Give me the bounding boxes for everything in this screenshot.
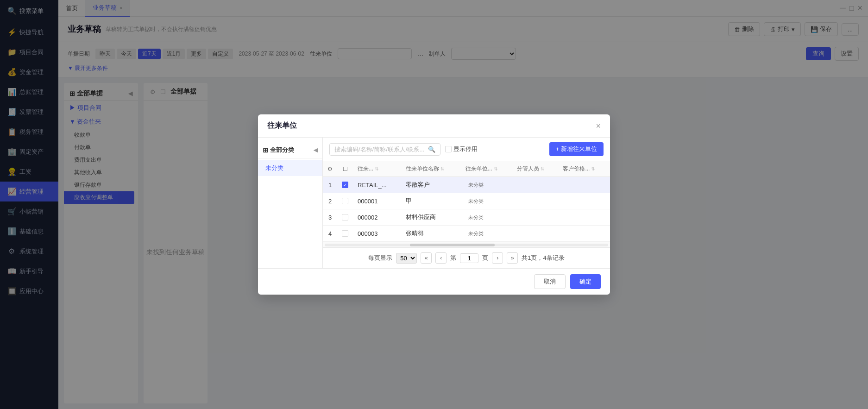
per-page-label: 每页显示 [368, 254, 392, 262]
dialog-main: 🔍 显示停用 + 新增往来单位 ⚙ ☐ [323, 138, 610, 268]
th-manager[interactable]: 分管人员 ⇅ [512, 161, 558, 177]
th-code[interactable]: 往来... ⇅ [353, 161, 401, 177]
td-mgr-3 [512, 209, 558, 226]
table-row[interactable]: 1 ✓ RETAIL_... 零散客户 未分类 [323, 177, 610, 193]
td-mgr-4 [512, 226, 558, 242]
dialog-search-icon: 🔍 [428, 146, 435, 153]
th-name[interactable]: 往来单位名称 ⇅ [401, 161, 461, 177]
dialog-search-input[interactable] [334, 146, 425, 153]
table-header-row: ⚙ ☐ 往来... ⇅ 往来单位 [323, 161, 610, 177]
th-settings[interactable]: ⚙ [323, 161, 337, 177]
td-check-2[interactable] [337, 193, 353, 209]
party-dialog: 往来单位 × ⊞ 全部分类 ◀ 未分类 [258, 114, 610, 295]
disabled-checkbox[interactable] [445, 146, 452, 152]
dialog-sidebar-collapse-icon[interactable]: ◀ [314, 147, 318, 153]
table-row[interactable]: 3 000002 材料供应商 未分类 [323, 209, 610, 226]
dialog-sidebar: ⊞ 全部分类 ◀ 未分类 [258, 138, 323, 268]
dialog-sidebar-undivided[interactable]: 未分类 [258, 160, 322, 176]
dialog-toolbar: 🔍 显示停用 + 新增往来单位 [323, 138, 610, 161]
td-code-3: 000002 [353, 209, 401, 226]
table-head: ⚙ ☐ 往来... ⇅ 往来单位 [323, 161, 610, 177]
next-page-button[interactable]: › [492, 252, 503, 264]
per-page-select[interactable]: 50 [396, 253, 417, 264]
td-check-3[interactable] [337, 209, 353, 226]
dialog-search-box[interactable]: 🔍 [329, 143, 440, 156]
add-party-button[interactable]: + 新增往来单位 [549, 142, 604, 156]
th-category[interactable]: 往来单位... ⇅ [461, 161, 513, 177]
th-price[interactable]: 客户价格... ⇅ [558, 161, 610, 177]
scrollbar-track [325, 244, 608, 246]
td-code-1: RETAIL_... [353, 177, 401, 193]
show-disabled-checkbox[interactable]: 显示停用 [445, 145, 478, 153]
td-name-4: 张晴得 [401, 226, 461, 242]
page-number-input[interactable] [460, 253, 478, 263]
show-disabled-label: 显示停用 [453, 145, 478, 153]
td-price-2 [558, 193, 610, 209]
td-cat-3: 未分类 [461, 209, 513, 226]
dialog-pagination: 每页显示 50 « ‹ 第 页 › » 共1页，4条记录 [323, 247, 610, 268]
td-price-1 [558, 177, 610, 193]
dialog-table: ⚙ ☐ 往来... ⇅ 往来单位 [323, 161, 610, 242]
sort-icon-price: ⇅ [591, 166, 595, 171]
td-mgr-1 [512, 177, 558, 193]
confirm-button[interactable]: 确定 [570, 274, 601, 289]
first-page-button[interactable]: « [421, 252, 432, 264]
dialog-table-wrap: ⚙ ☐ 往来... ⇅ 往来单位 [323, 161, 610, 242]
sort-icon-mgr: ⇅ [541, 166, 544, 171]
dialog-close-icon[interactable]: × [596, 122, 601, 130]
td-settings-2: 2 [323, 193, 337, 209]
sort-icon-code: ⇅ [375, 166, 378, 171]
td-name-1: 零散客户 [401, 177, 461, 193]
cancel-button[interactable]: 取消 [534, 274, 566, 289]
prev-page-button[interactable]: ‹ [435, 252, 447, 264]
td-settings-4: 4 [323, 226, 337, 242]
dialog-title: 往来单位 [267, 121, 297, 131]
td-name-2: 甲 [401, 193, 461, 209]
last-page-button[interactable]: » [507, 252, 518, 264]
sort-icon-name: ⇅ [440, 166, 444, 171]
td-code-4: 000003 [353, 226, 401, 242]
td-price-3 [558, 209, 610, 226]
table-body: 1 ✓ RETAIL_... 零散客户 未分类 2 [323, 177, 610, 242]
sort-icon-cat: ⇅ [494, 166, 497, 171]
td-check-4[interactable] [337, 226, 353, 242]
dialog-scrollbar[interactable] [323, 242, 610, 247]
dialog-overlay[interactable]: 往来单位 × ⊞ 全部分类 ◀ 未分类 [0, 0, 868, 409]
td-cat-4: 未分类 [461, 226, 513, 242]
td-settings-3: 3 [323, 209, 337, 226]
td-settings-1: 1 [323, 177, 337, 193]
page-label-post: 页 [482, 254, 488, 262]
scrollbar-thumb [410, 244, 495, 246]
grid-icon-dlg: ⊞ [263, 146, 268, 154]
td-check-1[interactable]: ✓ [337, 177, 353, 193]
table-row[interactable]: 4 000003 张晴得 未分类 [323, 226, 610, 242]
dialog-sidebar-header: ⊞ 全部分类 ◀ [258, 142, 322, 158]
table-row[interactable]: 2 000001 甲 未分类 [323, 193, 610, 209]
page-label-pre: 第 [450, 254, 456, 262]
dialog-footer: 取消 确定 [258, 268, 610, 295]
dialog-body: ⊞ 全部分类 ◀ 未分类 🔍 显示停用 [258, 138, 610, 268]
total-records: 共1页，4条记录 [522, 254, 564, 262]
dialog-header: 往来单位 × [258, 114, 610, 138]
td-mgr-2 [512, 193, 558, 209]
td-code-2: 000001 [353, 193, 401, 209]
td-price-4 [558, 226, 610, 242]
th-check[interactable]: ☐ [337, 161, 353, 177]
td-name-3: 材料供应商 [401, 209, 461, 226]
td-cat-1: 未分类 [461, 177, 513, 193]
td-cat-2: 未分类 [461, 193, 513, 209]
